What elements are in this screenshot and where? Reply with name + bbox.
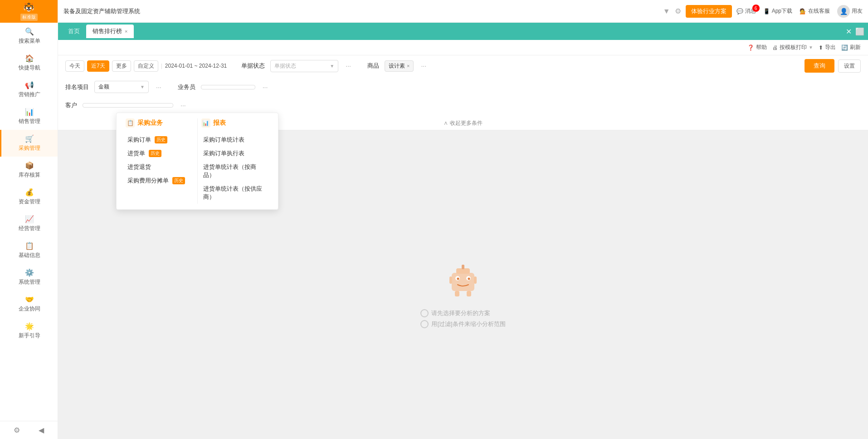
sidebar-item-inventory[interactable]: 📦 库存核算 xyxy=(0,157,58,183)
logo-icon: 🐯 xyxy=(23,2,34,13)
logo-tag: 标准版 xyxy=(20,14,38,21)
export-btn[interactable]: ⬆ 导出 xyxy=(819,44,836,51)
purchase-return-item[interactable]: 进货退货 xyxy=(126,160,194,174)
print-btn[interactable]: 🖨 按模板打印 ▼ xyxy=(772,44,813,51)
marketing-icon: 📢 xyxy=(25,81,34,89)
customer-more[interactable]: ··· xyxy=(179,102,188,109)
doc-status-more[interactable]: ··· xyxy=(344,62,353,69)
topbar-dropdown-icon[interactable]: ▼ xyxy=(663,7,670,15)
purchase-business-col: 📋 采购业务 采购订单 历史 进货单 历史 进货退货 采购费用分摊单 历史 xyxy=(122,118,197,204)
empty-hint-2: 用[过滤]条件来缩小分析范围 xyxy=(420,320,505,328)
svg-rect-10 xyxy=(467,291,471,296)
sidebar-item-system[interactable]: ⚙️ 系统管理 xyxy=(0,264,58,291)
topbar-settings-icon[interactable]: ⚙ xyxy=(675,7,681,15)
tab-sales-ranking[interactable]: 销售排行榜 × xyxy=(86,25,134,38)
content-area: ❓ 帮助 🖨 按模板打印 ▼ ⬆ 导出 🔄 刷新 xyxy=(58,40,868,439)
sidebar-logo: 🐯 标准版 xyxy=(0,0,58,23)
help-btn[interactable]: ❓ 帮助 xyxy=(747,44,767,51)
sidebar-item-guide[interactable]: 🌟 新手引导 xyxy=(0,317,58,344)
tab-maximize-icon[interactable]: ⬜ xyxy=(855,27,864,36)
svg-point-6 xyxy=(468,277,470,280)
salesperson-select[interactable] xyxy=(201,85,255,89)
sidebar-item-marketing[interactable]: 📢 营销推广 xyxy=(0,76,58,103)
sidebar-item-search[interactable]: 🔍 搜索菜单 xyxy=(0,23,58,49)
sidebar-item-enterprise[interactable]: 🤝 企业协同 xyxy=(0,291,58,317)
sidebar: 🐯 标准版 🔍 搜索菜单 🏠 快捷导航 📢 营销推广 📊 销售管理 🛒 采购管理… xyxy=(0,0,58,439)
sidebar-item-finance[interactable]: 💰 资金管理 xyxy=(0,183,58,210)
svg-point-5 xyxy=(457,277,459,280)
goods-receipt-item[interactable]: 进货单 历史 xyxy=(126,147,194,160)
tab-home[interactable]: 首页 xyxy=(62,25,86,38)
rank-item-select[interactable]: 金额 ▼ xyxy=(94,81,149,93)
rank-item-value: 金额 xyxy=(98,83,109,91)
query-btn[interactable]: 查询 xyxy=(805,59,834,73)
date-custom-btn[interactable]: 自定义 xyxy=(134,60,158,72)
service-icon: 💁 xyxy=(800,8,806,15)
product-tag-value: 设计素 xyxy=(389,62,405,70)
guide-icon: 🌟 xyxy=(25,322,34,330)
purchase-expense-item[interactable]: 采购费用分摊单 历史 xyxy=(126,174,194,187)
goods-receipt-history-badge: 历史 xyxy=(149,150,161,157)
refresh-btn[interactable]: 🔄 刷新 xyxy=(841,44,861,51)
sidebar-settings-btn[interactable]: ⚙ xyxy=(14,426,20,434)
doc-status-select[interactable]: 单据状态 ▼ xyxy=(270,60,338,72)
online-service-btn[interactable]: 💁 在线客服 xyxy=(800,7,830,15)
refresh-icon: 🔄 xyxy=(841,44,848,51)
product-more[interactable]: ··· xyxy=(419,62,428,69)
customer-select[interactable] xyxy=(83,103,173,108)
topbar-title: 装备及固定资产辅助管理系统 xyxy=(63,7,658,15)
print-dropdown-icon[interactable]: ▼ xyxy=(809,45,813,50)
doc-status-value: 单据状态 xyxy=(274,62,296,70)
tab-bar: 首页 销售排行榜 × ✕ ⬜ xyxy=(58,23,868,40)
purchase-order-stats-item[interactable]: 采购订单统计表 xyxy=(201,133,269,147)
home-icon: 🏠 xyxy=(25,54,34,63)
inventory-icon: 📦 xyxy=(25,161,34,170)
product-tag: 设计素 × xyxy=(385,60,414,72)
sidebar-collapse-btn[interactable]: ◀ xyxy=(39,426,44,434)
app-download-btn[interactable]: 📱 App下载 xyxy=(763,7,792,15)
empty-illustration xyxy=(440,259,486,305)
purchase-dropdown-menu: 📋 采购业务 采购订单 历史 进货单 历史 进货退货 采购费用分摊单 历史 xyxy=(116,113,278,210)
date-range-filter: 今天 近7天 更多 自定义 | 2024-01-01 ~ 2024-12-31 xyxy=(65,60,227,72)
topbar-actions: 💬 消息 6 📱 App下载 💁 在线客服 👤 用友 xyxy=(736,5,863,18)
product-tag-remove[interactable]: × xyxy=(407,63,410,69)
sidebar-item-operations[interactable]: 📈 经营管理 xyxy=(0,210,58,237)
filter-actions: 查询 设置 xyxy=(805,59,861,73)
avatar: 👤 xyxy=(837,5,850,18)
rank-item-more[interactable]: ··· xyxy=(154,84,163,91)
date-today-btn[interactable]: 今天 xyxy=(65,60,84,72)
filter-row-1: 今天 近7天 更多 自定义 | 2024-01-01 ~ 2024-12-31 … xyxy=(58,55,868,76)
print-icon: 🖨 xyxy=(772,44,778,51)
messages-btn[interactable]: 💬 消息 6 xyxy=(736,7,756,15)
salesperson-more[interactable]: ··· xyxy=(261,84,270,91)
goods-stats-supplier-item[interactable]: 进货单统计表（按供应商） xyxy=(201,182,269,204)
toolbar-row: ❓ 帮助 🖨 按模板打印 ▼ ⬆ 导出 🔄 刷新 xyxy=(58,40,868,55)
customer-label: 客户 xyxy=(65,101,77,109)
tab-close-all-icon[interactable]: ✕ xyxy=(846,27,852,36)
date-more-btn[interactable]: 更多 xyxy=(112,60,131,72)
sidebar-item-basic-info[interactable]: 📋 基础信息 xyxy=(0,237,58,264)
product-label: 商品 xyxy=(367,62,379,70)
settings-btn[interactable]: 设置 xyxy=(838,59,861,73)
filter-row-3: 客户 ··· xyxy=(58,100,868,113)
sidebar-item-sales[interactable]: 📊 销售管理 xyxy=(0,103,58,130)
enterprise-icon: 🤝 xyxy=(25,295,34,304)
filter-row-2: 排名项目 金额 ▼ ··· 业务员 ··· xyxy=(58,80,868,97)
sidebar-item-quick-nav[interactable]: 🏠 快捷导航 xyxy=(0,49,58,76)
export-icon: ⬆ xyxy=(819,44,823,51)
tab-close-icon[interactable]: × xyxy=(125,29,127,34)
purchase-order-exec-item[interactable]: 采购订单执行表 xyxy=(201,147,269,160)
doc-status-label: 单据状态 xyxy=(241,62,265,70)
sidebar-item-purchase[interactable]: 🛒 采购管理 xyxy=(0,130,58,157)
user-btn[interactable]: 👤 用友 xyxy=(837,5,863,18)
sales-icon: 📊 xyxy=(25,108,34,116)
basic-info-icon: 📋 xyxy=(25,242,34,250)
industry-btn[interactable]: 体验行业方案 xyxy=(686,5,732,18)
date-7days-btn[interactable]: 近7天 xyxy=(87,60,109,72)
message-badge: 6 xyxy=(752,5,760,12)
goods-stats-product-item[interactable]: 进货单统计表（按商品） xyxy=(201,160,269,182)
phone-icon: 📱 xyxy=(763,8,770,15)
report-col-icon: 📊 xyxy=(201,118,210,128)
purchase-order-item[interactable]: 采购订单 历史 xyxy=(126,133,194,147)
svg-rect-0 xyxy=(452,273,474,291)
